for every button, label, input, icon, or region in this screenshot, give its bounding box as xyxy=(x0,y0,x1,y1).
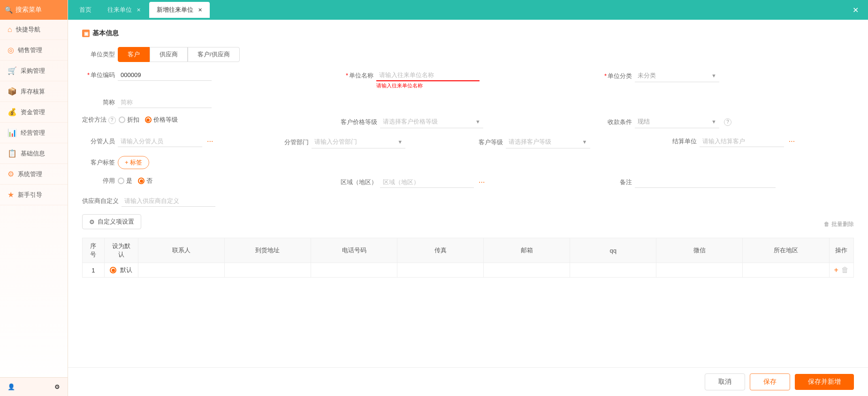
region-label: 区域（地区） xyxy=(341,178,377,186)
pricing-help-icon[interactable]: ? xyxy=(108,116,116,124)
supplier-custom-field: 供应商自定义 xyxy=(82,195,854,207)
pricing-row: 定价方法 ? 折扣 价格等级 客户价格等级 xyxy=(82,116,854,128)
address-input[interactable] xyxy=(229,267,306,274)
customer-price-level-select[interactable]: 请选择客户价格等级 ▼ xyxy=(380,116,483,128)
sidebar-item-finance[interactable]: 💰资金管理 xyxy=(0,102,68,123)
customer-level-arrow-icon: ▼ xyxy=(582,139,587,145)
cell-qq[interactable] xyxy=(570,263,656,278)
supplier-custom-input[interactable] xyxy=(122,195,215,207)
sidebar-item-purchase[interactable]: 🛒采购管理 xyxy=(0,61,68,81)
settlement-more-icon[interactable]: ··· xyxy=(787,137,797,146)
window-close-button[interactable]: ✕ xyxy=(847,6,864,15)
sidebar-item-base-info[interactable]: 📋基础信息 xyxy=(0,143,68,164)
cell-wechat[interactable] xyxy=(656,263,743,278)
tab-new-partner[interactable]: 新增往来单位✕ xyxy=(149,2,210,18)
cell-phone[interactable] xyxy=(311,263,397,278)
save-button[interactable]: 保存 xyxy=(750,373,790,390)
supplier-custom-row: 供应商自定义 xyxy=(82,195,854,207)
payment-terms-select[interactable]: 现结 ▼ xyxy=(635,116,719,128)
short-name-input[interactable] xyxy=(118,97,212,108)
custom-settings-button[interactable]: ⚙ 自定义项设置 xyxy=(82,214,141,229)
sidebar-item-sales[interactable]: ◎销售管理 xyxy=(0,40,68,61)
cell-region[interactable] xyxy=(743,263,829,278)
col-no: 序号 xyxy=(83,238,105,263)
department-select[interactable]: 请输入分管部门 ▼ xyxy=(312,136,405,148)
table-section: ⚙ 自定义项设置 🗑 批量删除 序号 设为默认 联系人 到货地址 电话号码 xyxy=(82,214,854,278)
tab-home[interactable]: 首页 xyxy=(72,2,99,18)
cell-email[interactable] xyxy=(484,263,570,278)
fax-input[interactable] xyxy=(402,267,479,274)
discount-label: 折扣 xyxy=(127,116,139,124)
delete-row-button[interactable]: 🗑 xyxy=(841,266,849,274)
save-new-button[interactable]: 保存并新增 xyxy=(795,374,854,390)
tags-field: 客户标签 + 标签 xyxy=(82,156,854,169)
sidebar-label-inventory: 库存核算 xyxy=(21,87,45,96)
pricing-radio-group: 折扣 价格等级 xyxy=(119,116,178,124)
price-level-placeholder: 请选择客户价格等级 xyxy=(383,117,438,126)
unit-category-label: *单位分类 xyxy=(599,72,632,80)
customer-level-field: 客户等级 请选择客户等级 ▼ xyxy=(470,136,660,148)
sidebar-item-operations[interactable]: 📊经营管理 xyxy=(0,123,68,143)
disabled-no-radio[interactable]: 否 xyxy=(138,177,152,185)
short-name-field: 简称 xyxy=(82,97,854,108)
add-tag-button[interactable]: + 标签 xyxy=(118,156,149,169)
remarks-input[interactable] xyxy=(635,177,776,188)
manager-input[interactable] xyxy=(118,136,202,147)
remarks-field: 备注 xyxy=(599,177,854,188)
cell-fax[interactable] xyxy=(397,263,484,278)
search-menu[interactable]: 🔍 搜索菜单 xyxy=(0,0,68,20)
required-mark2: * xyxy=(346,72,348,79)
tab-close-new-partner[interactable]: ✕ xyxy=(198,7,202,13)
region-more-icon[interactable]: ··· xyxy=(477,178,487,186)
col-action: 操作 xyxy=(829,238,853,263)
disabled-yes-radio[interactable]: 是 xyxy=(118,177,132,185)
sidebar-label-finance: 资金管理 xyxy=(21,108,45,116)
contact-input[interactable] xyxy=(143,267,220,274)
tab-label-home: 首页 xyxy=(79,6,91,14)
cell-address[interactable] xyxy=(224,263,311,278)
unit-category-select[interactable]: 未分类 ▼ xyxy=(635,70,719,82)
region-cell-input[interactable] xyxy=(747,267,824,274)
cancel-button[interactable]: 取消 xyxy=(705,373,745,390)
sidebar-item-inventory[interactable]: 📦库存核算 xyxy=(0,81,68,102)
cell-contact[interactable] xyxy=(138,263,224,278)
customer-level-select[interactable]: 请选择客户等级 ▼ xyxy=(506,136,590,148)
manager-more-icon[interactable]: ··· xyxy=(205,137,215,146)
user-icon: 👤 xyxy=(8,383,15,390)
wechat-input[interactable] xyxy=(661,267,738,274)
cell-actions: + 🗑 xyxy=(829,263,853,278)
row-default-radio[interactable]: 默认 xyxy=(109,266,133,274)
email-input[interactable] xyxy=(488,267,565,274)
pricing-discount-radio[interactable]: 折扣 xyxy=(119,116,139,124)
form-area: ▣ 基本信息 单位类型 客户 供应商 客户/供应商 *单位编码 xyxy=(68,20,868,367)
region-input[interactable] xyxy=(380,177,474,188)
phone-input[interactable] xyxy=(316,267,392,274)
sidebar-item-guide[interactable]: ★新手引导 xyxy=(0,185,68,205)
tab-bar: 首页往来单位✕新增往来单位✕ ✕ xyxy=(68,0,868,20)
unit-name-input[interactable] xyxy=(376,70,480,81)
qq-input[interactable] xyxy=(575,267,651,274)
type-btn-supplier[interactable]: 供应商 xyxy=(150,47,188,62)
unit-code-input[interactable] xyxy=(118,70,212,81)
tab-close-partners[interactable]: ✕ xyxy=(137,7,141,13)
type-btn-both[interactable]: 客户/供应商 xyxy=(188,47,240,62)
pricing-level-radio[interactable]: 价格等级 xyxy=(145,116,178,124)
settlement-input[interactable] xyxy=(700,136,784,147)
sidebar-item-system[interactable]: ⚙系统管理 xyxy=(0,164,68,185)
customer-level-label: 客户等级 xyxy=(470,138,503,147)
sidebar-item-quick-nav[interactable]: ⌂快捷导航 xyxy=(0,20,68,40)
sidebar: 🔍 搜索菜单 ⌂快捷导航◎销售管理🛒采购管理📦库存核算💰资金管理📊经营管理📋基础… xyxy=(0,0,68,396)
tab-partners[interactable]: 往来单位✕ xyxy=(100,2,148,18)
batch-delete-button[interactable]: 🗑 批量删除 xyxy=(824,220,854,228)
unit-code-label: *单位编码 xyxy=(82,71,115,79)
col-email: 邮箱 xyxy=(484,238,570,263)
cell-no: 1 xyxy=(83,263,105,278)
settlement-label: 结算单位 xyxy=(664,137,697,146)
short-name-label: 简称 xyxy=(82,98,115,107)
add-row-button[interactable]: + xyxy=(834,266,838,274)
payment-terms-help-icon[interactable]: ? xyxy=(724,118,731,126)
custom-settings-label: 自定义项设置 xyxy=(98,217,134,226)
remarks-label: 备注 xyxy=(599,178,632,186)
section-title: 基本信息 xyxy=(92,29,119,38)
type-btn-customer[interactable]: 客户 xyxy=(118,47,150,62)
